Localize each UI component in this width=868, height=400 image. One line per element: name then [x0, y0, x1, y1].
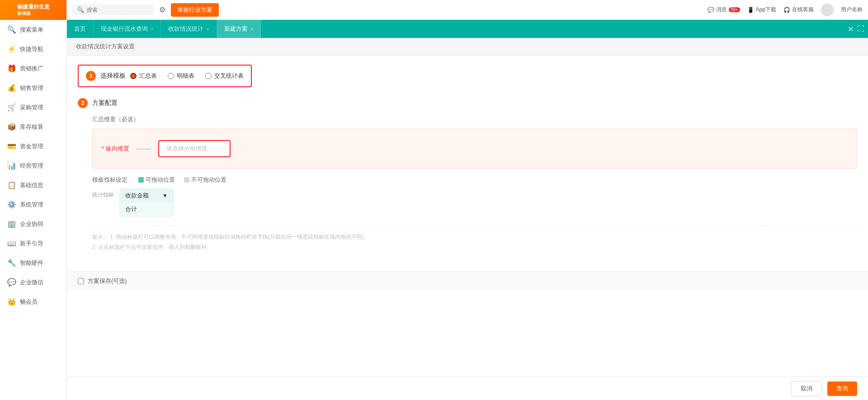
industry-btn[interactable]: 体验行业方案 [171, 3, 219, 17]
step1-box: 1 选择模板 汇总表 明细表 [78, 65, 252, 87]
page-container: 收款情况统计方案设置 1 选择模板 汇总表 [67, 38, 868, 376]
newbie-icon: 📖 [7, 239, 16, 248]
indicator-header[interactable]: 收款金额 ▼ [120, 189, 173, 202]
sidebar-item-marketing[interactable]: 🎁 营销推广 [0, 59, 66, 78]
sidebar-item-system[interactable]: ⚙️ 系统管理 [0, 195, 66, 214]
tab-new-plan-label: 新建方案 [224, 25, 248, 33]
radio-summary[interactable]: 汇总表 [130, 72, 157, 80]
dimension-arrow: —— [137, 145, 151, 153]
operation-icon: 📊 [7, 161, 16, 170]
basic-info-icon: 📋 [7, 181, 16, 189]
chevron-down-icon: ▼ [162, 193, 168, 199]
tab-bank-flow[interactable]: 现金银行流水查询 × [94, 20, 161, 38]
sidebar-item-purchase[interactable]: 🛒 采购管理 [0, 98, 66, 117]
sidebar-item-quicknav[interactable]: ⚡ 快捷导航 [0, 39, 66, 59]
non-draggable-badge [184, 177, 189, 183]
sidebar-item-basic-info[interactable]: 📋 基础信息 [0, 175, 66, 195]
sidebar-item-member[interactable]: 👑 畅会员 [0, 292, 66, 311]
tab-payment-stats-label: 收款情况统计 [168, 25, 203, 33]
save-checkbox[interactable] [78, 278, 84, 284]
tab-payment-stats-close[interactable]: × [206, 26, 209, 32]
draggable-badge [138, 177, 144, 183]
radio-detail[interactable]: 明细表 [168, 72, 194, 80]
step2-header: 2 方案配置 [78, 98, 857, 108]
search-box[interactable]: 🔍 [72, 5, 154, 15]
sidebar-item-enterprise-wechat[interactable]: 💬 企业微信 [0, 273, 66, 292]
step2-number: 2 [78, 98, 88, 108]
radio-summary-label: 汇总表 [139, 72, 157, 80]
dimension-placeholder: 请选择分组维度 [166, 145, 208, 152]
tab-new-plan[interactable]: 新建方案 × [217, 20, 261, 38]
radio-cross-input[interactable] [205, 73, 212, 79]
query-button[interactable]: 查询 [827, 381, 857, 396]
hardware-icon: 🔧 [7, 259, 16, 267]
radio-detail-input[interactable] [168, 73, 174, 79]
sidebar-item-label: 搜索菜单 [20, 26, 43, 34]
template-radio-group: 汇总表 明细表 交叉统计表 [130, 72, 244, 80]
sidebar-item-label: 销售管理 [20, 84, 43, 92]
search-input[interactable] [87, 7, 146, 13]
tab-payment-stats[interactable]: 收款情况统计 × [161, 20, 217, 38]
notification-label: 消息 [716, 6, 727, 14]
tabbar: 首页 现金银行流水查询 × 收款情况统计 × 新建方案 × ✕ ⛶ [67, 20, 868, 38]
topbar: 🔍 ⚙ 体验行业方案 💬 消息 99+ 📱 App下载 🎧 在线客服 用户名称 [67, 0, 868, 20]
cancel-button[interactable]: 取消 [791, 381, 822, 396]
non-draggable-legend: 不可拖动位置 [184, 176, 226, 184]
dimension-area: * 纵向维度 —— 请选择分组维度 [92, 129, 857, 169]
tab-home[interactable]: 首页 [67, 20, 94, 38]
radio-cross[interactable]: 交叉统计表 [205, 72, 244, 80]
vertical-dimension-label: * 纵向维度 [102, 145, 129, 153]
tab-new-plan-close[interactable]: × [250, 26, 253, 32]
avatar[interactable] [821, 4, 834, 16]
dimension-row: * 纵向维度 —— 请选择分组维度 [102, 140, 848, 157]
footer-bar: 取消 查询 [67, 376, 868, 400]
sidebar-item-inventory[interactable]: 📦 库存核算 [0, 117, 66, 136]
radio-cross-label: 交叉统计表 [214, 72, 244, 80]
search-menu-icon: 🔍 [7, 25, 16, 34]
topbar-right: 💬 消息 99+ 📱 App下载 🎧 在线客服 用户名称 [708, 4, 863, 16]
sidebar-item-label: 营销推广 [20, 65, 43, 73]
enterprise-wechat-icon: 💬 [7, 278, 16, 287]
indicator-col-header: 收款金额 [125, 192, 149, 200]
app-download-icon: 📱 [747, 7, 754, 13]
sidebar-item-label: 经营管理 [20, 162, 43, 170]
username: 用户名称 [841, 6, 863, 14]
app-download-label: App下载 [756, 6, 776, 14]
logo-text: 畅捷通好生意标准版 [17, 4, 50, 17]
sidebar: 畅捷通好生意标准版 🔍 搜索菜单 ⚡ 快捷导航 🎁 营销推广 💰 销售管理 🛒 … [0, 0, 67, 400]
gear-icon[interactable]: ⚙ [159, 5, 165, 14]
dimension-title: 汇总维度（必选） [92, 115, 857, 123]
sidebar-item-sales[interactable]: 💰 销售管理 [0, 78, 66, 98]
sidebar-item-operation[interactable]: 📊 经营管理 [0, 156, 66, 175]
sidebar-item-search[interactable]: 🔍 搜索菜单 [0, 20, 66, 39]
step2-section: 2 方案配置 汇总维度（必选） * 纵向维度 —— 请选择分组维度 [78, 98, 857, 251]
notification-btn[interactable]: 💬 消息 99+ [708, 6, 740, 14]
tab-expand-btn[interactable]: ⛶ [857, 25, 864, 33]
indicator-settings-label: 模板指标设定 可拖动位置 不可拖动位置 [92, 176, 857, 184]
marketing-icon: 🎁 [7, 64, 16, 73]
online-support-icon: 🎧 [783, 7, 790, 13]
purchase-icon: 🛒 [7, 103, 16, 112]
tab-close-btn[interactable]: ✕ [848, 25, 854, 33]
notification-icon: 💬 [708, 7, 714, 13]
notification-badge: 99+ [729, 7, 740, 12]
tab-bank-flow-close[interactable]: × [151, 26, 153, 32]
sidebar-item-hardware[interactable]: 🔧 智能硬件 [0, 253, 66, 273]
bottom-save-section: 方案保存(可选) [67, 271, 868, 291]
sidebar-item-label: 新手引导 [20, 240, 43, 248]
sidebar-item-label: 系统管理 [20, 201, 43, 209]
indicator-settings-title: 模板指标设定 [92, 176, 127, 184]
sidebar-item-label: 采购管理 [20, 104, 43, 112]
sidebar-item-newbie[interactable]: 📖 新手引导 [0, 234, 66, 253]
online-support-btn[interactable]: 🎧 在线客服 [783, 6, 814, 14]
sidebar-item-label: 企业协同 [20, 220, 43, 228]
app-download-btn[interactable]: 📱 App下载 [747, 6, 776, 14]
sidebar-item-enterprise-collab[interactable]: 🏢 企业协同 [0, 214, 66, 234]
step1-header: 1 选择模板 [86, 71, 126, 81]
dimension-select[interactable]: 请选择分组维度 [158, 140, 231, 157]
sidebar-item-finance[interactable]: 💳 资金管理 [0, 136, 66, 156]
sidebar-item-label: 智能硬件 [20, 259, 43, 267]
save-label: 方案保存(可选) [88, 277, 127, 285]
radio-summary-input[interactable] [130, 73, 137, 79]
step1-section: 1 选择模板 汇总表 明细表 [78, 65, 857, 87]
